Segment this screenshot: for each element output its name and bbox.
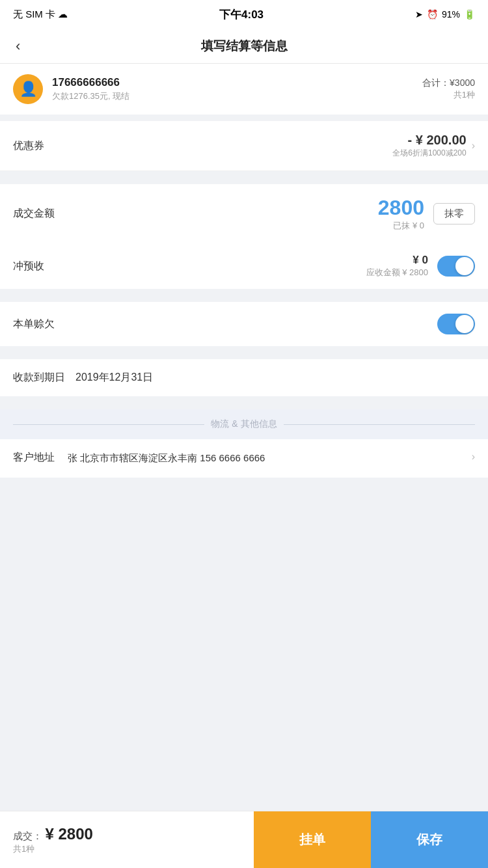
customer-right: 合计：¥3000 共1种 xyxy=(422,77,475,101)
separator-4 xyxy=(0,403,488,409)
credit-row: 本单赊欠 xyxy=(0,302,488,346)
separator-3 xyxy=(0,353,488,359)
status-left: 无 SIM 卡 ☁ xyxy=(13,8,68,21)
due-date-section: 收款到期日 2019年12月31日 xyxy=(0,359,488,396)
battery-text: 91% xyxy=(442,9,460,20)
status-bar: 无 SIM 卡 ☁ 下午4:03 ➤ ⏰ 91% 🔋 xyxy=(0,0,488,29)
prepay-row: 冲预收 ¥ 0 应收金额 ¥ 2800 xyxy=(0,243,488,289)
bottom-deal-line: 成交： ¥ 2800 xyxy=(13,825,241,843)
total-count: 共1种 xyxy=(422,89,475,101)
coupon-label: 优惠券 xyxy=(13,139,44,153)
deal-row: 成交金额 2800 已抹 ¥ 0 抹零 xyxy=(0,184,488,243)
avatar-icon: 👤 xyxy=(20,81,37,98)
avatar: 👤 xyxy=(13,74,43,104)
logistics-header: 物流 & 其他信息 xyxy=(0,409,488,439)
credit-toggle[interactable] xyxy=(437,314,475,334)
deal-label: 成交金额 xyxy=(13,207,55,221)
bottom-count: 共1种 xyxy=(13,843,241,855)
separator-1 xyxy=(0,178,488,184)
credit-label: 本单赊欠 xyxy=(13,318,55,331)
prepay-label: 冲预收 xyxy=(13,260,44,273)
due-date-value: 2019年12月31日 xyxy=(75,371,153,385)
coupon-row[interactable]: 优惠券 - ¥ 200.00 全场6折满1000减200 › xyxy=(0,121,488,171)
hang-button[interactable]: 挂单 xyxy=(254,811,371,869)
customer-row: 👤 17666666666 欠款1276.35元, 现结 合计：¥3000 共1… xyxy=(0,64,488,115)
separator-2 xyxy=(0,295,488,302)
bottom-gray-area xyxy=(0,484,488,562)
credit-toggle-knob xyxy=(455,315,474,333)
credit-section: 本单赊欠 xyxy=(0,302,488,346)
bottom-deal-amount: ¥ 2800 xyxy=(45,825,92,843)
prepay-sub: 应收金额 ¥ 2800 xyxy=(366,267,428,278)
bottom-summary: 成交： ¥ 2800 共1种 xyxy=(0,825,254,855)
alarm-icon: ⏰ xyxy=(427,9,438,20)
customer-info: 17666666666 欠款1276.35元, 现结 xyxy=(52,76,129,102)
round-button[interactable]: 抹零 xyxy=(433,203,475,224)
customer-section: 👤 17666666666 欠款1276.35元, 现结 合计：¥3000 共1… xyxy=(0,64,488,115)
address-section: 客户地址 张 北京市市辖区海淀区永丰南 156 6666 6666 › xyxy=(0,439,488,478)
logistics-title: 物流 & 其他信息 xyxy=(211,418,277,430)
toggle-knob xyxy=(455,257,474,275)
deal-section: 成交金额 2800 已抹 ¥ 0 抹零 冲预收 ¥ 0 应收金额 ¥ 2800 xyxy=(0,184,488,289)
nav-bar: ‹ 填写结算等信息 xyxy=(0,29,488,64)
customer-phone: 17666666666 xyxy=(52,76,129,89)
due-date-label: 收款到期日 xyxy=(13,371,65,385)
coupon-right: - ¥ 200.00 全场6折满1000减200 › xyxy=(392,133,475,159)
header-line-right xyxy=(284,424,475,425)
status-right: ➤ ⏰ 91% 🔋 xyxy=(415,9,475,20)
deal-right: 2800 已抹 ¥ 0 抹零 xyxy=(378,196,475,232)
customer-debt: 欠款1276.35元, 现结 xyxy=(52,90,129,102)
sim-label: 无 SIM 卡 ☁ xyxy=(13,8,68,21)
coupon-chevron-icon: › xyxy=(472,140,475,152)
prepay-right: ¥ 0 应收金额 ¥ 2800 xyxy=(366,254,475,278)
header-line-left xyxy=(13,424,204,425)
deal-amount: 2800 xyxy=(378,196,424,220)
customer-left: 👤 17666666666 欠款1276.35元, 现结 xyxy=(13,74,129,104)
page-title: 填写结算等信息 xyxy=(201,38,288,55)
address-value: 张 北京市市辖区海淀区永丰南 156 6666 6666 xyxy=(68,451,465,466)
location-icon: ➤ xyxy=(415,9,423,20)
coupon-amount: - ¥ 200.00 xyxy=(392,133,466,148)
status-time: 下午4:03 xyxy=(219,7,264,22)
coupon-info: - ¥ 200.00 全场6折满1000减200 xyxy=(392,133,466,159)
battery-icon: 🔋 xyxy=(464,9,475,20)
address-row[interactable]: 客户地址 张 北京市市辖区海淀区永丰南 156 6666 6666 › xyxy=(0,439,488,478)
prepay-amounts: ¥ 0 应收金额 ¥ 2800 xyxy=(366,254,428,278)
prepay-toggle[interactable] xyxy=(437,256,475,277)
due-date-row: 收款到期日 2019年12月31日 xyxy=(0,359,488,396)
back-button[interactable]: ‹ xyxy=(10,33,25,60)
deal-amount-group: 2800 已抹 ¥ 0 xyxy=(378,196,424,232)
bottom-deal-label: 成交： xyxy=(13,830,42,841)
save-button[interactable]: 保存 xyxy=(371,811,488,869)
bottom-bar: 成交： ¥ 2800 共1种 挂单 保存 xyxy=(0,811,488,868)
address-label: 客户地址 xyxy=(13,451,55,465)
coupon-section: 优惠券 - ¥ 200.00 全场6折满1000减200 › xyxy=(0,121,488,171)
content: 👤 17666666666 欠款1276.35元, 现结 合计：¥3000 共1… xyxy=(0,64,488,627)
coupon-sub: 全场6折满1000减200 xyxy=(392,148,466,159)
deal-erased: 已抹 ¥ 0 xyxy=(378,220,424,232)
address-chevron-icon: › xyxy=(472,451,475,463)
total-label: 合计：¥3000 xyxy=(422,77,475,89)
prepay-amount: ¥ 0 xyxy=(366,254,428,267)
